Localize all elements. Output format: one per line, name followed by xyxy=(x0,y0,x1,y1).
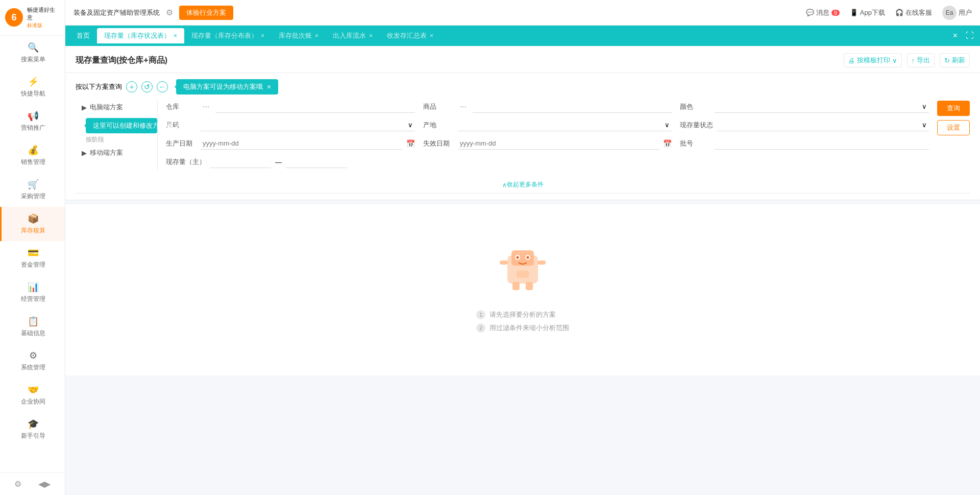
filter-row-3: 生产日期 📅 失效日期 📅 批号 xyxy=(166,137,929,150)
user-button[interactable]: Ea 用户 xyxy=(942,6,972,20)
expire-date-calendar-icon[interactable]: 📅 xyxy=(663,139,672,148)
filter-group-stock-status: 现存量状态 ∨ xyxy=(680,119,929,131)
filter-refresh-button[interactable]: ↺ xyxy=(141,81,153,92)
sidebar-item-inventory-label: 库存核算 xyxy=(21,226,45,235)
svg-rect-9 xyxy=(512,282,520,290)
empty-illustration xyxy=(492,245,553,298)
expire-date-input[interactable] xyxy=(458,137,659,150)
scheme-item-desktop[interactable]: ▶ 电脑端方案 xyxy=(82,101,157,114)
tab-inventory-status-close-icon[interactable]: × xyxy=(174,32,177,39)
refresh-button[interactable]: ↻ 刷新 xyxy=(940,53,970,67)
scheme-item-mobile[interactable]: ▶ 移动端方案 xyxy=(82,146,157,159)
warehouse-input[interactable] xyxy=(215,101,414,113)
empty-step-2-text: 用过滤条件来缩小分析范围 xyxy=(489,321,569,335)
sidebar-item-quicknav-label: 快捷导航 xyxy=(21,89,45,98)
tab-batch-account[interactable]: 库存批次账 × xyxy=(272,28,326,43)
sidebar-item-sales[interactable]: 💰 销售管理 xyxy=(0,138,65,173)
tab-flow[interactable]: 出入库流水 × xyxy=(326,28,380,43)
stock-main-max-input[interactable] xyxy=(286,156,347,168)
reset-button[interactable]: 设置 xyxy=(937,120,970,135)
tab-inventory-distribution-close-icon[interactable]: × xyxy=(261,32,264,39)
stock-status-select[interactable]: ∨ xyxy=(717,119,929,131)
scheme-tooltip-text: 电脑方案可设为移动方案哦 xyxy=(183,82,263,91)
sidebar-item-marketing[interactable]: 📢 营销推广 xyxy=(0,104,65,138)
tab-summary[interactable]: 收发存汇总表 × xyxy=(380,28,440,43)
sidebar-item-purchase[interactable]: 🛒 采购管理 xyxy=(0,173,65,207)
header-right: 💬 消息 9 📱 App下载 🎧 在线客服 Ea 用户 xyxy=(806,6,972,20)
tab-inventory-status[interactable]: 现存量（库存状况表） × xyxy=(97,28,184,43)
produce-date-calendar-icon[interactable]: 📅 xyxy=(406,139,415,148)
operation-icon: 📊 xyxy=(28,281,39,293)
trial-button[interactable]: 体验行业方案 xyxy=(179,6,233,20)
sidebar-item-finance[interactable]: 💳 资金管理 xyxy=(0,241,65,275)
tab-inventory-status-label: 现存量（库存状况表） xyxy=(104,31,170,40)
sidebar-item-quicknav[interactable]: ⚡ 快捷导航 xyxy=(0,70,65,104)
tab-batch-account-close-icon[interactable]: × xyxy=(315,32,318,39)
filter-add-button[interactable]: + xyxy=(126,81,137,92)
export-button[interactable]: ↑ 导出 xyxy=(907,53,935,67)
inventory-icon: 📦 xyxy=(28,213,39,224)
sidebar-item-enterprise[interactable]: 🤝 企业协同 xyxy=(0,378,65,412)
collapse-bar[interactable]: ∧ 收起更多条件 xyxy=(76,176,970,194)
produce-date-input[interactable] xyxy=(201,137,402,150)
warehouse-dots-icon[interactable]: ··· xyxy=(201,102,211,111)
tab-inventory-distribution-label: 现存量（库存分布表） xyxy=(191,31,258,40)
scheme-edit-tooltip-close-button[interactable]: × xyxy=(177,122,181,130)
tab-fullscreen-icon[interactable]: ⛶ xyxy=(964,29,976,42)
app-download-button[interactable]: 📱 App下载 xyxy=(850,8,885,17)
message-button[interactable]: 💬 消息 9 xyxy=(806,8,840,17)
goods-dots-icon[interactable]: ··· xyxy=(458,102,469,111)
sidebar-item-inventory[interactable]: 📦 库存核算 xyxy=(0,207,65,241)
step-num-2: 2 xyxy=(476,323,485,333)
svg-point-4 xyxy=(517,256,519,259)
page-actions: 🖨 按模板打印 ∨ ↑ 导出 ↻ 刷新 xyxy=(844,53,970,67)
tab-home[interactable]: 首页 xyxy=(69,28,97,43)
stock-main-min-input[interactable] xyxy=(210,156,271,168)
origin-select[interactable]: ∨ xyxy=(458,119,672,131)
scheme-edit-tooltip-wrapper: 这里可以创建和修改方案哦 × xyxy=(86,118,157,133)
export-label: 导出 xyxy=(917,56,930,65)
main-area: 装备及固定资产辅助管理系统 ⚙ 体验行业方案 💬 消息 9 📱 App下载 🎧 … xyxy=(65,0,980,495)
goods-input[interactable] xyxy=(473,101,672,113)
color-select[interactable]: ∨ xyxy=(715,101,929,113)
tab-summary-close-icon[interactable]: × xyxy=(430,32,433,39)
sidebar-item-operation[interactable]: 📊 经营管理 xyxy=(0,275,65,310)
filter-group-origin: 产地 ∨ xyxy=(423,119,672,131)
batch-no-input[interactable] xyxy=(715,137,929,150)
sidebar-nav: 🔍 搜索菜单 ⚡ 快捷导航 📢 营销推广 💰 销售管理 🛒 采购管理 📦 库存核… xyxy=(0,36,65,473)
goods-label: 商品 xyxy=(423,102,454,111)
sidebar-item-system-label: 系统管理 xyxy=(21,363,45,372)
collapse-icon: ∧ xyxy=(502,181,507,188)
size-chevron-icon: ∨ xyxy=(408,121,413,129)
enterprise-icon: 🤝 xyxy=(28,384,39,395)
empty-step-1-text: 请先选择要分析的方案 xyxy=(489,308,556,321)
sidebar-item-guide[interactable]: 🎓 新手引导 xyxy=(0,412,65,446)
print-button[interactable]: 🖨 按模板打印 ∨ xyxy=(844,53,902,67)
filter-back-button[interactable]: ← xyxy=(157,81,168,92)
stock-status-label: 现存量状态 xyxy=(680,121,713,130)
sidebar-settings-icon[interactable]: ⚙ xyxy=(14,479,21,489)
sidebar-item-system[interactable]: ⚙ 系统管理 xyxy=(0,344,65,378)
sidebar-item-marketing-label: 营销推广 xyxy=(21,124,45,132)
tab-batch-account-label: 库存批次账 xyxy=(279,31,312,40)
filter-group-size: 尺码 ∨ xyxy=(166,119,415,131)
sales-icon: 💰 xyxy=(28,145,39,156)
filter-group-goods: 商品 ··· xyxy=(423,101,672,113)
sidebar-item-search[interactable]: 🔍 搜索菜单 xyxy=(0,36,65,70)
scheme-sub-label: 按阶段 xyxy=(86,135,157,144)
step-num-1: 1 xyxy=(476,310,485,319)
scheme-item-mobile-arrow-icon: ▶ xyxy=(82,149,87,157)
query-button[interactable]: 查询 xyxy=(937,101,970,116)
sidebar-collapse-icon[interactable]: ◀▶ xyxy=(38,479,51,489)
tab-close-all-icon[interactable]: × xyxy=(951,29,960,42)
online-support-button[interactable]: 🎧 在线客服 xyxy=(895,8,932,17)
query-buttons: 查询 设置 xyxy=(937,101,970,170)
filter-row-1: 仓库 ··· 商品 ··· 颜色 xyxy=(166,101,929,113)
tab-inventory-distribution[interactable]: 现存量（库存分布表） × xyxy=(184,28,272,43)
system-settings-icon[interactable]: ⚙ xyxy=(166,8,173,17)
tab-flow-close-icon[interactable]: × xyxy=(369,32,373,39)
sidebar-item-basic[interactable]: 📋 基础信息 xyxy=(0,310,65,344)
print-chevron-icon: ∨ xyxy=(892,57,897,64)
scheme-tooltip-close-button[interactable]: × xyxy=(267,83,271,91)
size-select[interactable]: ∨ xyxy=(201,119,415,131)
